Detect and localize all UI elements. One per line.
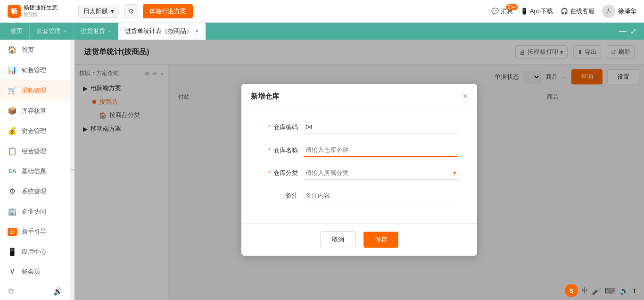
home-icon: 🏠 [8, 45, 17, 54]
sidebar: 🏠 首页 📊 销售管理 🛒 采购管理 📦 库存核算 💰 资金管理 📋 经营管理 … [0, 40, 71, 300]
category-input[interactable] [305, 169, 453, 176]
apps-icon: 📱 [8, 247, 17, 256]
modal-body: * 仓库编码 * 仓库名称 [241, 109, 477, 223]
guide-icon: 新 [8, 228, 17, 236]
sidebar-item-basic[interactable]: EA 基础信息 [0, 161, 70, 181]
store-selector[interactable]: 日太阳膜 ▾ [78, 5, 119, 18]
app-download-button[interactable]: 📱 App下载 [520, 7, 553, 16]
sidebar-enterprise-label: 企业协同 [22, 208, 46, 216]
sidebar-sales-label: 销售管理 [22, 66, 46, 75]
content-area: 进货单统计(按商品) 🖨 按模板打印 ▾ ⬆ 导出 ↺ 刷新 [74, 40, 644, 300]
sidebar-basic-label: 基础信息 [22, 167, 46, 175]
online-service-button[interactable]: 🎧 在线客服 [561, 7, 594, 16]
username: 徐泽华 [618, 7, 636, 16]
sales-icon: 📊 [8, 66, 17, 75]
add-warehouse-modal: 新增仓库 × * 仓库编码 * [241, 84, 477, 256]
phone-icon: 📱 [520, 8, 528, 15]
bottom-bar: S 中 🎤 ⌨ 🔊 T [557, 281, 644, 300]
save-button[interactable]: 保存 [363, 232, 398, 248]
header-right: 💬 消息 99+ 📱 App下载 🎧 在线客服 人 徐泽华 [491, 5, 636, 18]
sidebar-item-home[interactable]: 🏠 首页 [0, 40, 70, 60]
avatar: 人 [602, 5, 615, 18]
warehouse-category-row: * 仓库分类 ▾ [260, 167, 458, 180]
tab-bar: 首页 账套管理 × 进货退货 × 进货单统计表（按商品） × — ⤢ [0, 23, 644, 40]
warehouse-name-input[interactable] [304, 143, 458, 157]
sidebar-home-label: 首页 [22, 46, 34, 54]
main-layout: 🏠 首页 📊 销售管理 🛒 采购管理 📦 库存核算 💰 资金管理 📋 经营管理 … [0, 40, 644, 300]
enterprise-icon: 🏢 [8, 207, 17, 216]
basic-icon: EA [8, 168, 17, 175]
dropdown-icon: ▾ [453, 169, 456, 176]
sidebar-item-apps[interactable]: 📱 应用中心 [0, 242, 70, 262]
code-label: * 仓库编码 [260, 123, 298, 132]
font-icon[interactable]: T [633, 287, 636, 294]
sidebar-item-sales[interactable]: 📊 销售管理 [0, 60, 70, 80]
purchase-return-tab-label: 进货退货 [81, 27, 105, 35]
operations-icon: 📋 [8, 147, 17, 156]
sougou-icon[interactable]: S [565, 284, 578, 297]
tab-expand-button[interactable]: ⤢ [630, 27, 636, 36]
headset-icon: 🎧 [561, 8, 568, 15]
category-label: * 仓库分类 [260, 169, 298, 177]
system-icon: ⚙ [8, 187, 17, 196]
sidebar-item-enterprise[interactable]: 🏢 企业协同 [0, 201, 70, 222]
message-button[interactable]: 💬 消息 99+ [491, 7, 513, 16]
top-header: 畅 畅捷通好生意 旗舰版 日太阳膜 ▾ ⚙ 体验行业方案 💬 消息 99+ 📱 … [0, 0, 644, 23]
accounts-tab-close[interactable]: × [64, 28, 67, 34]
tab-purchase-stats[interactable]: 进货单统计表（按商品） × [118, 23, 206, 40]
sidebar-item-inventory[interactable]: 📦 库存核算 [0, 100, 70, 121]
sidebar-system-label: 系统管理 [22, 187, 46, 196]
app-download-label: App下载 [530, 7, 553, 16]
sidebar-item-operations[interactable]: 📋 经营管理 [0, 141, 70, 161]
logo-icon: 畅 [8, 5, 21, 18]
settings-icon[interactable]: ⚙ [8, 287, 14, 296]
tab-home[interactable]: 首页 [4, 23, 30, 40]
cancel-button[interactable]: 取消 [320, 231, 356, 248]
warehouse-code-input[interactable] [304, 121, 458, 134]
tab-purchase-return[interactable]: 进货退货 × [74, 23, 118, 40]
speaker-icon[interactable]: 🔊 [53, 287, 63, 296]
sidebar-item-guide[interactable]: 新 新手引导 [0, 222, 70, 242]
store-name: 日太阳膜 [83, 7, 108, 16]
logo-text: 畅捷通好生意 [24, 4, 58, 12]
inventory-icon: 📦 [8, 106, 17, 115]
logo-area: 畅 畅捷通好生意 旗舰版 [8, 4, 78, 18]
purchase-stats-tab-label: 进货单统计表（按商品） [125, 27, 192, 35]
user-profile[interactable]: 人 徐泽华 [602, 5, 636, 18]
purchase-return-tab-close[interactable]: × [108, 28, 111, 34]
warehouse-code-row: * 仓库编码 [260, 121, 458, 134]
modal-close-button[interactable]: × [462, 92, 468, 101]
accounts-tab-label: 账套管理 [36, 27, 61, 35]
sidebar-operations-label: 经营管理 [22, 147, 46, 156]
sidebar-apps-label: 应用中心 [22, 248, 46, 256]
chinese-input-icon[interactable]: 中 [582, 286, 588, 295]
sidebar-item-system[interactable]: ⚙ 系统管理 [0, 181, 70, 201]
mic-icon[interactable]: 🎤 [592, 286, 601, 295]
keyboard-icon[interactable]: ⌨ [605, 286, 616, 295]
purchase-icon: 🛒 [8, 86, 17, 95]
sidebar-inventory-label: 库存核算 [22, 107, 46, 115]
tab-minimize-button[interactable]: — [619, 27, 627, 35]
volume-icon[interactable]: 🔊 [619, 286, 629, 295]
trial-button[interactable]: 体验行业方案 [143, 4, 193, 18]
sidebar-item-purchase[interactable]: 🛒 采购管理 [0, 80, 70, 100]
finance-icon: 💰 [8, 126, 17, 135]
home-tab-label: 首页 [10, 27, 23, 35]
member-icon: V [8, 268, 17, 275]
modal-overlay: 新增仓库 × * 仓库编码 * [74, 40, 644, 300]
sidebar-item-finance[interactable]: 💰 资金管理 [0, 121, 70, 141]
message-badge: 99+ [506, 4, 518, 10]
note-input[interactable] [304, 189, 458, 202]
sidebar-guide-label: 新手引导 [22, 227, 46, 236]
note-label: 备注 [260, 192, 298, 200]
tab-accounts[interactable]: 账套管理 × [30, 23, 74, 40]
name-label: * 仓库名称 [260, 146, 298, 155]
online-service-label: 在线客服 [570, 7, 594, 16]
gear-button[interactable]: ⚙ [124, 4, 138, 18]
modal-title: 新增仓库 [251, 92, 279, 101]
purchase-stats-tab-close[interactable]: × [195, 28, 198, 34]
sidebar-collapse-button[interactable]: ‹ [71, 40, 74, 300]
sidebar-item-member[interactable]: V 畅会员 [0, 262, 70, 282]
category-select-wrapper[interactable]: ▾ [304, 167, 458, 180]
sidebar-member-label: 畅会员 [22, 267, 40, 276]
